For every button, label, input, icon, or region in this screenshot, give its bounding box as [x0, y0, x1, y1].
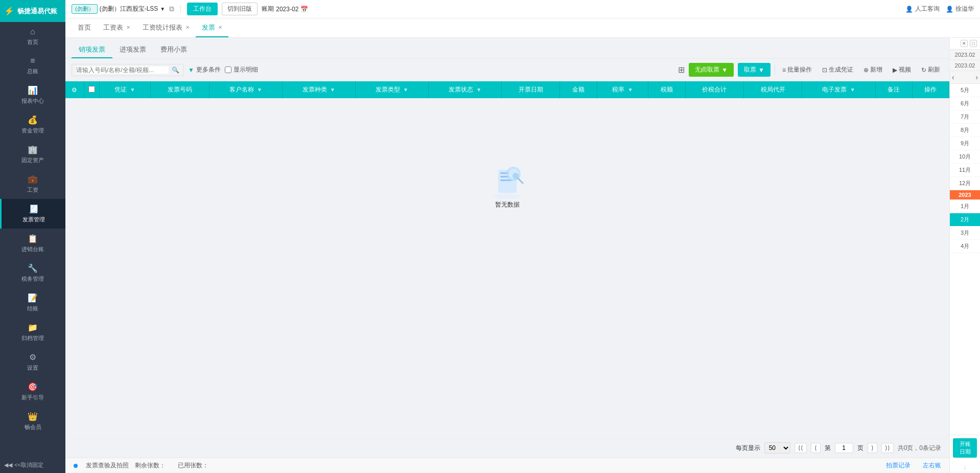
last-page-btn[interactable]: ⟩⟩	[881, 443, 894, 453]
prev-page-btn[interactable]: ⟨	[811, 443, 821, 453]
period-next-btn[interactable]: ›	[975, 73, 978, 81]
period-month-5[interactable]: 5月	[950, 84, 980, 97]
sidebar-label-home: 首页	[27, 38, 38, 46]
new-label: 新增	[870, 65, 882, 74]
period-month-6-label: 6月	[961, 100, 969, 106]
scroll-down-icon[interactable]: ↓	[963, 463, 967, 471]
period-month-4-2023[interactable]: 4月	[950, 240, 980, 253]
th-tax-rate[interactable]: 税率 ▼	[597, 81, 648, 98]
first-page-btn[interactable]: ⟨⟨	[795, 443, 807, 453]
sidebar-item-guide[interactable]: 🎯 新手引导	[0, 377, 65, 407]
page-input[interactable]	[835, 443, 853, 453]
th-tax-label: 税额	[661, 86, 673, 93]
sidebar-item-tax-mgmt[interactable]: 🔧 税务管理	[0, 258, 65, 288]
period-month-10[interactable]: 10月	[950, 150, 980, 164]
period-value: 2023-02	[276, 6, 298, 13]
sidebar-item-invoice-mgmt[interactable]: 🧾 发票管理	[0, 199, 65, 229]
period-month-1-2023[interactable]: 1月	[950, 200, 980, 213]
deduction-button[interactable]: 取票 ▼	[738, 63, 771, 77]
sidebar-item-reports[interactable]: 📊 报表中心	[0, 80, 65, 110]
search-icon[interactable]: 🔍	[172, 66, 179, 74]
tab-salary-stats-close[interactable]: ✕	[185, 25, 190, 30]
table-body: 暂无数据	[65, 98, 949, 271]
gen-voucher-button[interactable]: ⊡ 生成凭证	[819, 63, 856, 76]
open-period-btn-container: 开账日期	[950, 435, 980, 461]
period-month-12-label: 12月	[959, 180, 971, 186]
no-deduction-button[interactable]: 无卣取票 ▼	[689, 63, 734, 77]
sidebar-item-finance[interactable]: 💰 资金管理	[0, 110, 65, 140]
tab-home-label: 首页	[78, 23, 91, 32]
new-button[interactable]: ⊕ 新增	[860, 63, 885, 76]
subtab-purchase-invoice[interactable]: 进项发票	[112, 42, 153, 58]
period-month-6[interactable]: 6月	[950, 97, 980, 110]
sidebar-item-settlement[interactable]: 📝 结账	[0, 288, 65, 318]
sidebar-item-ledger[interactable]: ≡ 总账	[0, 51, 65, 80]
right-link[interactable]: 左右账	[923, 461, 941, 470]
tab-salary-stats[interactable]: 工资统计报表 ✕	[136, 19, 196, 37]
period-month-8[interactable]: 8月	[950, 124, 980, 137]
tab-home[interactable]: 首页	[72, 19, 97, 37]
switch-old-button[interactable]: 切到旧版	[222, 3, 258, 15]
th-customer[interactable]: 客户名称 ▼	[209, 81, 282, 98]
period-month-9[interactable]: 9月	[950, 137, 980, 150]
select-all-checkbox[interactable]	[88, 86, 95, 93]
th-e-invoice[interactable]: 电子发票 ▼	[802, 81, 875, 98]
search-container: 🔍	[72, 64, 184, 76]
period-month-9-label: 9月	[961, 140, 969, 146]
gen-voucher-label: 生成凭证	[829, 65, 853, 74]
period-header-text-2: 2023.02	[955, 62, 975, 69]
grid-view-icon[interactable]: ⊞	[678, 65, 685, 75]
tab-invoice-close[interactable]: ✕	[218, 25, 222, 30]
period-month-12[interactable]: 12月	[950, 177, 980, 190]
period-month-11[interactable]: 11月	[950, 164, 980, 177]
period-prev-btn[interactable]: ‹	[952, 73, 954, 81]
show-detail-input[interactable]	[225, 66, 231, 73]
sidebar-item-settings[interactable]: ⚙ 设置	[0, 347, 65, 377]
sidebar-collapse-btn[interactable]: ◀◀ <<取消固定	[0, 457, 65, 473]
tab-invoice[interactable]: 发票 ✕	[196, 19, 228, 37]
per-page-select[interactable]: 20 50 100	[764, 442, 790, 454]
user-avatar[interactable]: 👤 徐溢华	[946, 5, 974, 13]
subtab-expense-receipt[interactable]: 费用小票	[153, 42, 194, 58]
th-settings[interactable]: ⚙	[65, 81, 84, 98]
search-input[interactable]	[76, 66, 169, 74]
sidebar-item-home[interactable]: ⌂ 首页	[0, 22, 65, 51]
batch-ops-button[interactable]: ≡ 批量操作	[779, 63, 815, 76]
company-selector[interactable]: (勿删） (勿删）江西股宝-LSS ▼ ⧉	[72, 4, 174, 14]
period-month-7[interactable]: 7月	[950, 110, 980, 124]
period-month-3-2023[interactable]: 3月	[950, 227, 980, 240]
th-invoice-type[interactable]: 发票种类 ▼	[282, 81, 355, 98]
show-detail-checkbox[interactable]: 显示明细	[225, 65, 258, 74]
subtab-sales-invoice[interactable]: 销项发票	[72, 42, 112, 58]
more-filter-label: 更多条件	[196, 65, 221, 74]
support-btn[interactable]: 👤 人工客询	[905, 5, 940, 13]
panel-max-btn[interactable]: □	[970, 40, 977, 47]
sidebar-item-salary[interactable]: 💼 工资	[0, 169, 65, 199]
purchase-sales-icon: 📋	[28, 234, 38, 243]
settlement-icon: 📝	[28, 293, 38, 303]
video-button[interactable]: ▶ 视频	[890, 63, 914, 76]
reports-icon: 📊	[28, 85, 38, 95]
company-badge: (勿删）	[72, 4, 98, 14]
refresh-button[interactable]: ↻ 刷新	[918, 63, 943, 76]
th-voucher[interactable]: 凭证 ▼	[99, 81, 151, 98]
panel-close-btn[interactable]: ✕	[961, 40, 968, 47]
next-page-btn[interactable]: ⟩	[868, 443, 877, 453]
register-link[interactable]: 拍票记录	[886, 461, 911, 470]
sidebar-item-member[interactable]: 👑 畅会员	[0, 407, 65, 436]
more-filter-btn[interactable]: ▼ 更多条件	[188, 65, 221, 74]
open-period-button[interactable]: 开账日期	[953, 438, 977, 458]
tab-salary-table[interactable]: 工资表 ✕	[97, 19, 136, 37]
tab-salary-table-close[interactable]: ✕	[126, 25, 130, 30]
period-selector[interactable]: 账期 2023-02 📅	[262, 5, 308, 13]
th-invoice-category[interactable]: 发票类型 ▼	[355, 81, 428, 98]
period-month-2-2023[interactable]: 2月	[950, 213, 980, 227]
sidebar-item-purchase-sales[interactable]: 📋 进销台账	[0, 229, 65, 258]
toolbar-right: ⊞ 无卣取票 ▼ 取票 ▼ ≡ 批量操作	[678, 63, 943, 77]
th-invoice-status[interactable]: 发票状态 ▼	[428, 81, 501, 98]
th-invoice-no: 发票号码	[151, 81, 209, 98]
workbench-button[interactable]: 工作台	[187, 3, 218, 15]
sidebar-item-assets[interactable]: 🏢 固定资产	[0, 140, 65, 169]
sidebar-item-archive[interactable]: 📁 归档管理	[0, 318, 65, 347]
th-tax-total-label: 价税合计	[702, 86, 727, 93]
